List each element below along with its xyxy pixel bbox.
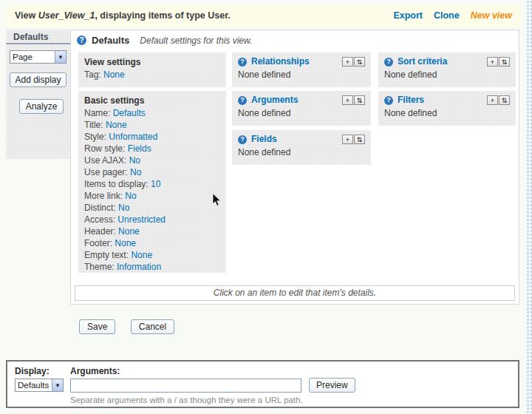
setting-row: Name: Defaults [84, 107, 220, 119]
cancel-button[interactable]: Cancel [131, 319, 174, 334]
basic-settings-box: Basic settings Name: Defaults Title: Non… [78, 91, 226, 273]
panel-heading: Defaults [92, 35, 129, 46]
tab-defaults[interactable]: Defaults [6, 30, 70, 44]
setting-row: Footer: None [84, 237, 220, 249]
help-icon[interactable]: ? [238, 96, 247, 105]
sidebar-controls: Page ▾ Add display Analyze [6, 44, 70, 114]
panel-header: ? Defaults Default settings for this vie… [71, 30, 519, 49]
filters-box: ? Filters + ⇅ None defined [378, 91, 516, 126]
live-preview-box: Display: Arguments: Defaults ▾ Preview S… [6, 360, 519, 408]
add-filter-button[interactable]: + [487, 95, 498, 105]
sort-criteria-link[interactable]: Sort criteria [398, 56, 447, 67]
setting-row: Use AJAX: No [84, 155, 220, 166]
preview-display-select[interactable]: Defaults ▾ [15, 379, 64, 392]
items-to-display-value-link[interactable]: 10 [151, 179, 160, 189]
setting-label: Theme: [84, 262, 115, 272]
arguments-empty-text: None defined [238, 107, 365, 119]
views-ui-page: View User_View_1, displaying items of ty… [0, 0, 532, 414]
arguments-label: Arguments: [70, 366, 120, 376]
setting-row: Theme: Information [84, 261, 220, 273]
arguments-help-text: Separate arguments with a / as though th… [70, 396, 303, 404]
use-ajax-value-link[interactable]: No [129, 155, 140, 166]
setting-label: Items to display: [84, 179, 149, 189]
header-value-link[interactable]: None [118, 226, 140, 237]
panel-subtitle: Default settings for this view. [140, 35, 252, 46]
relationships-box: ? Relationships + ⇅ None defined [232, 52, 371, 87]
theme-value-link[interactable]: Information [117, 262, 161, 272]
setting-label: Footer: [84, 238, 112, 248]
rearrange-arguments-button[interactable]: ⇅ [354, 95, 365, 105]
setting-label: Tag: [84, 69, 101, 80]
rearrange-filters-button[interactable]: ⇅ [499, 95, 510, 105]
settings-column-2: ? Relationships + ⇅ None defined ? Argum… [232, 52, 371, 165]
sort-criteria-empty-text: None defined [384, 69, 510, 81]
preview-button[interactable]: Preview [309, 378, 355, 393]
fields-link[interactable]: Fields [251, 134, 277, 145]
setting-row: Row style: Fields [84, 143, 220, 155]
settings-column-1: View settings Tag: None Basic settings N… [78, 52, 226, 273]
setting-label: Use pager: [84, 167, 128, 177]
settings-column-3: ? Sort criteria + ⇅ None defined ? Filte… [378, 52, 516, 126]
edit-hint-text: Click on an item to edit that item's det… [75, 285, 515, 301]
setting-row: Tag: None [84, 69, 220, 81]
name-value-link[interactable]: Defaults [113, 108, 146, 118]
preview-display-value: Defaults [16, 379, 52, 391]
display-sidebar: Defaults Page ▾ Add display Analyze [6, 30, 70, 159]
analyze-button[interactable]: Analyze [19, 99, 64, 114]
footer-value-link[interactable]: None [115, 238, 136, 248]
filters-link[interactable]: Filters [398, 95, 424, 106]
view-settings-title: View settings [84, 56, 220, 69]
setting-label: Title: [84, 120, 103, 130]
display-type-value: Page [10, 51, 55, 63]
title-prefix: View [15, 10, 38, 21]
setting-label: More link: [84, 191, 123, 201]
relationships-link[interactable]: Relationships [251, 56, 310, 67]
page-title: View User_View_1, displaying items of ty… [15, 10, 231, 21]
main-panel: ? Defaults Default settings for this vie… [70, 30, 519, 305]
display-type-select[interactable]: Page ▾ [10, 50, 66, 64]
rearrange-fields-button[interactable]: ⇅ [354, 135, 365, 144]
help-icon[interactable]: ? [77, 35, 86, 45]
page-edge-pattern [526, 0, 532, 414]
new-view-link[interactable]: New view [471, 10, 512, 21]
style-value-link[interactable]: Unformatted [109, 132, 157, 142]
add-relationship-button[interactable]: + [342, 57, 353, 67]
add-argument-button[interactable]: + [342, 95, 353, 105]
help-icon[interactable]: ? [238, 135, 247, 144]
sort-criteria-box: ? Sort criteria + ⇅ None defined [378, 52, 516, 87]
fields-box: ? Fields + ⇅ None defined [232, 130, 371, 165]
row-style-value-link[interactable]: Fields [128, 143, 151, 154]
save-button[interactable]: Save [79, 319, 115, 334]
add-display-button[interactable]: Add display [10, 72, 66, 87]
use-pager-value-link[interactable]: No [130, 167, 141, 177]
clone-link[interactable]: Clone [434, 10, 460, 21]
access-value-link[interactable]: Unrestricted [117, 214, 166, 225]
more-link-value-link[interactable]: No [125, 191, 136, 201]
rearrange-relationships-button[interactable]: ⇅ [354, 57, 365, 67]
setting-row: Title: None [84, 119, 220, 131]
form-actions: Save Cancel [79, 319, 186, 334]
relationships-empty-text: None defined [238, 69, 365, 81]
filters-empty-text: None defined [384, 107, 510, 119]
help-icon[interactable]: ? [384, 58, 393, 67]
chevron-down-icon: ▾ [55, 51, 66, 63]
title-value-link[interactable]: None [106, 120, 127, 130]
empty-text-value-link[interactable]: None [131, 250, 152, 260]
setting-row: Style: Unformatted [84, 131, 220, 143]
help-icon[interactable]: ? [238, 58, 247, 67]
arguments-link[interactable]: Arguments [251, 95, 298, 106]
tag-value-link[interactable]: None [103, 69, 125, 80]
setting-label: Header: [84, 226, 116, 237]
add-field-button[interactable]: + [342, 135, 353, 144]
display-label: Display: [15, 366, 50, 376]
setting-label: Distinct: [84, 203, 116, 213]
distinct-value-link[interactable]: No [118, 203, 129, 213]
export-link[interactable]: Export [393, 10, 423, 21]
setting-label: Row style: [84, 143, 125, 154]
rearrange-sorts-button[interactable]: ⇅ [499, 57, 510, 67]
add-sort-button[interactable]: + [487, 57, 498, 67]
arguments-input[interactable] [70, 379, 301, 393]
help-icon[interactable]: ? [384, 96, 393, 105]
setting-label: Style: [84, 132, 106, 142]
title-suffix: , displaying items of type User. [95, 10, 230, 21]
